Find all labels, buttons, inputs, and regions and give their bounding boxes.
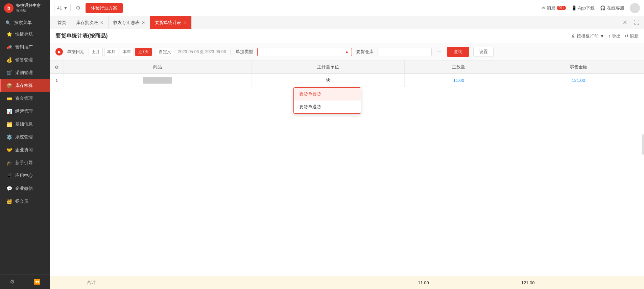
page-header: 要货单统计表(按商品) 🖨 按模板打印 ▼ ↑ 导出 ↺ 刷新 <box>50 29 644 43</box>
purchase-icon: 🛒 <box>6 70 13 75</box>
print-action[interactable]: 🖨 按模板打印 ▼ <box>571 33 604 39</box>
sidebar-item-member[interactable]: 👑 畅会员 <box>0 195 50 208</box>
logo-icon: b <box>4 3 14 13</box>
page-actions: 🖨 按模板打印 ▼ ↑ 导出 ↺ 刷新 <box>571 33 639 39</box>
quick-nav-icon: ⭐ <box>6 31 13 37</box>
sidebar-item-purchase[interactable]: 🛒 采购管理 <box>0 66 50 79</box>
warehouse-value <box>381 49 382 54</box>
col-unit: 主计量单位 <box>252 61 404 74</box>
prev-month-btn[interactable]: 上月 <box>89 48 103 56</box>
tab-inventory-batch-label: 库存批次账 <box>76 20 98 26</box>
sidebar-label-quick-nav: 快捷导航 <box>15 31 33 37</box>
app-download-action[interactable]: 📱 App下载 <box>571 5 595 11</box>
query-button[interactable]: 查询 <box>447 47 469 57</box>
tab-home[interactable]: 首页 <box>53 16 71 29</box>
dropdown-item-order-return[interactable]: 要货单退货 <box>294 101 361 113</box>
tab-inventory-batch-close[interactable]: ✕ <box>100 20 103 25</box>
tab-order-summary[interactable]: 要货单统计表 ✕ <box>150 16 192 29</box>
sidebar-item-marketing[interactable]: 📣 营销推广 <box>0 41 50 53</box>
refresh-icon: ↺ <box>625 34 628 39</box>
app-subtitle: 标准版 <box>16 8 41 13</box>
topbar: 41 ▼ ⚙ 体验行业方案 ✉ 消息 99+ 📱 App下载 🎧 在线客服 <box>50 0 644 16</box>
sidebar-item-enterprise[interactable]: 🤝 企业协同 <box>0 143 50 156</box>
date-range-display: 2023-05-06 至 2023-06-06 <box>178 49 226 55</box>
custom-date-btn[interactable]: 自定义 <box>156 48 174 56</box>
sidebar-item-quick-nav[interactable]: ⭐ 快捷导航 <box>0 28 50 41</box>
store-name: 41 <box>57 5 62 10</box>
order-type-arrow: ▲ <box>345 49 349 54</box>
warehouse-selector[interactable] <box>378 48 432 56</box>
last-7days-btn[interactable]: 近7天 <box>135 48 152 56</box>
sidebar-item-system[interactable]: ⚙️ 系统管理 <box>0 131 50 143</box>
tab-close-all-btn[interactable]: ✕ <box>621 19 629 26</box>
tabs-actions: ✕ ⛶ <box>621 19 641 26</box>
topbar-left: 41 ▼ ⚙ 体验行业方案 <box>54 3 542 13</box>
app-download-icon: 📱 <box>571 5 577 10</box>
dropdown-item-order-goods[interactable]: 要货单要货 <box>294 88 361 101</box>
basics-icon: 🗂️ <box>6 121 13 127</box>
tab-order-summary-close[interactable]: ✕ <box>183 20 187 25</box>
sidebar-item-guide[interactable]: 🎓 新手引导 <box>0 156 50 169</box>
content-area: 要货单统计表(按商品) 🖨 按模板打印 ▼ ↑ 导出 ↺ 刷新 ▶ <box>50 29 644 289</box>
export-icon: ↑ <box>609 34 611 39</box>
tab-receive-summary-close[interactable]: ✕ <box>142 20 145 25</box>
topbar-settings-btn[interactable]: ⚙ <box>73 3 83 13</box>
sidebar-item-finance[interactable]: 💳 资金管理 <box>0 92 50 105</box>
tab-receive-summary[interactable]: 收发存汇总表 ✕ <box>109 16 150 29</box>
sidebar-search-label: 搜索菜单 <box>14 20 32 26</box>
filter-separator: | <box>230 48 232 55</box>
messages-action[interactable]: ✉ 消息 99+ <box>542 5 566 11</box>
sidebar-item-basics[interactable]: 🗂️ 基础信息 <box>0 118 50 131</box>
sidebar-item-operations[interactable]: 📊 经营管理 <box>0 105 50 118</box>
app-download-label: App下载 <box>578 5 595 11</box>
row-amount[interactable]: 121.00 <box>513 74 644 87</box>
order-type-select[interactable]: ▲ <box>257 48 352 56</box>
tab-order-summary-label: 要货单统计表 <box>155 20 181 26</box>
store-dropdown-icon: ▼ <box>63 5 68 10</box>
expand-filter-btn[interactable]: ▶ <box>55 48 63 55</box>
row-quantity[interactable]: 11.00 <box>404 74 513 87</box>
refresh-action[interactable]: ↺ 刷新 <box>625 33 639 39</box>
headset-icon: 🎧 <box>600 5 605 10</box>
topbar-right: ✉ 消息 99+ 📱 App下载 🎧 在线客服 <box>542 3 640 13</box>
more-filters-btn[interactable]: ··· <box>436 49 443 55</box>
col-goods: 商品 <box>64 61 252 74</box>
store-selector[interactable]: 41 ▼ <box>54 4 71 12</box>
sidebar-label-basics: 基础信息 <box>15 121 33 127</box>
tab-home-label: 首页 <box>57 20 66 26</box>
collapse-icon[interactable]: ⏪ <box>31 277 43 286</box>
sidebar-logo: b 畅捷通好生意 标准版 <box>0 0 50 16</box>
sidebar-label-marketing: 营销推广 <box>15 44 33 50</box>
footer-quantity: 11.00 <box>414 280 433 285</box>
tab-expand-btn[interactable]: ⛶ <box>632 19 641 26</box>
col-settings[interactable]: ⚙ <box>50 61 64 74</box>
sidebar-item-sales[interactable]: 💰 销售管理 <box>0 53 50 66</box>
sidebar-item-wechat[interactable]: 💬 企业微信 <box>0 182 50 195</box>
tab-inventory-batch[interactable]: 库存批次账 ✕ <box>71 16 109 29</box>
settings-bottom-icon[interactable]: ⚙ <box>7 277 17 286</box>
curr-month-btn[interactable]: 本月 <box>104 48 118 56</box>
sales-icon: 💰 <box>6 57 13 63</box>
export-action[interactable]: ↑ 导出 <box>609 33 621 39</box>
sidebar-item-search[interactable]: 🔍 搜索菜单 <box>0 18 50 28</box>
inventory-icon: 📦 <box>6 83 13 88</box>
order-type-input[interactable] <box>260 49 343 54</box>
set-button[interactable]: 设置 <box>473 47 494 57</box>
user-avatar[interactable] <box>630 3 640 13</box>
sidebar-label-purchase: 采购管理 <box>15 70 33 76</box>
resize-handle[interactable] <box>642 134 644 155</box>
messages-icon: ✉ <box>542 5 545 10</box>
member-icon: 👑 <box>6 199 13 204</box>
sidebar-item-appstore[interactable]: 📱 应用中心 <box>0 169 50 182</box>
online-service-action[interactable]: 🎧 在线客服 <box>600 5 624 11</box>
app-title: 畅捷通好生意 <box>16 3 41 8</box>
sidebar-label-appstore: 应用中心 <box>15 173 33 179</box>
sidebar-item-inventory[interactable]: 📦 库存核算 <box>0 79 50 92</box>
curr-year-btn[interactable]: 本年 <box>120 48 134 56</box>
system-icon: ⚙️ <box>6 134 13 140</box>
tabs-bar: 首页 库存批次账 ✕ 收发存汇总表 ✕ 要货单统计表 ✕ ✕ ⛶ <box>50 16 644 29</box>
order-type-label: 单据类型 <box>236 49 253 55</box>
sidebar: b 畅捷通好生意 标准版 🔍 搜索菜单 ⭐ 快捷导航 📣 营销推广 💰 销售管理… <box>0 0 50 289</box>
print-label: 按模板打印 <box>577 33 599 39</box>
trial-button[interactable]: 体验行业方案 <box>86 3 123 13</box>
